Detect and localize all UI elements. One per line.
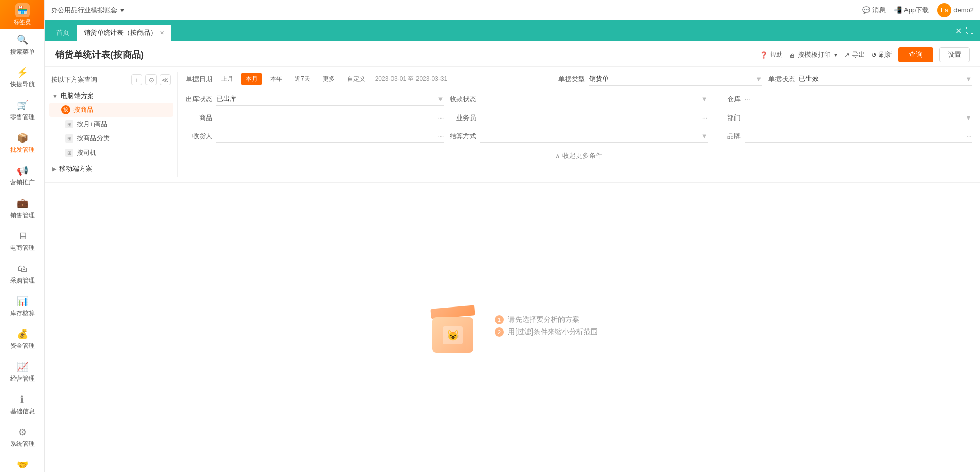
export-button[interactable]: ↗ 导出 (844, 50, 865, 59)
scheme-group-desktop-header[interactable]: ▼ 电脑端方案 (49, 89, 173, 103)
help-button[interactable]: ❓ 帮助 (760, 50, 783, 59)
logo-text: 标签员 (14, 18, 31, 26)
payment-dropdown-icon[interactable]: ▼ (701, 132, 708, 140)
scheme-collapse-button[interactable]: ≪ (160, 74, 171, 85)
status-dropdown-icon[interactable]: ▼ (965, 75, 972, 83)
date-btn-7days[interactable]: 近7天 (290, 73, 315, 85)
department-control[interactable]: ▼ (745, 112, 972, 124)
sidebar-item-operation[interactable]: 📈 经营管理 (0, 356, 44, 388)
scheme-group-mobile-arrow-icon: ▶ (52, 166, 56, 172)
wholesale-icon: 📦 (17, 132, 28, 145)
warehouse-control[interactable]: ··· (745, 93, 972, 105)
sidebar-item-purchase[interactable]: 🛍 采购管理 (0, 257, 44, 290)
date-btn-more[interactable]: 更多 (318, 73, 339, 85)
product-control[interactable]: ··· (216, 112, 444, 124)
empty-tip-2: 2 用[过滤]条件来缩小分析范围 (495, 327, 598, 337)
scheme-add-button[interactable]: + (131, 74, 142, 85)
outstock-dropdown-icon[interactable]: ▼ (437, 95, 444, 103)
filter-row-3: 商品 ··· 业务员 ··· 部门 (186, 112, 972, 124)
print-button[interactable]: 🖨 按模板打印 ▼ (789, 50, 838, 59)
sidebar-item-label: 基础信息 (10, 407, 35, 416)
collection-dropdown-icon[interactable]: ▼ (701, 95, 708, 103)
user-name: demo2 (953, 6, 974, 14)
settings-button[interactable]: 设置 (939, 47, 970, 62)
scheme-item-by-product-category[interactable]: ⊞ 按商品分类 (49, 131, 173, 146)
tab-salesstat[interactable]: 销货单统计表（按商品） ✕ (77, 25, 172, 41)
sidebar-item-finance[interactable]: 💰 资金管理 (0, 323, 44, 356)
marketing-icon: 📢 (17, 164, 28, 177)
empty-box: 😺 (432, 317, 473, 353)
date-btn-lastmonth[interactable]: 上月 (216, 73, 238, 85)
sidebar-item-marketing[interactable]: 📢 营销推广 (0, 159, 44, 192)
brand-control[interactable]: ··· (745, 130, 972, 143)
sidebar-item-label: 电商管理 (10, 244, 35, 252)
sidebar-item-ecommerce[interactable]: 🖥 电商管理 (0, 225, 44, 257)
brand-more-icon[interactable]: ··· (966, 132, 972, 140)
industry-selector[interactable]: 办公用品行业模拟账套 ▼ (51, 6, 125, 15)
receiver-control[interactable]: ··· (216, 130, 444, 143)
sidebar-item-retail[interactable]: 🛒 零售管理 (0, 94, 44, 127)
scheme-item-by-product[interactable]: 按 按商品 (49, 103, 173, 117)
outstock-control[interactable]: 已出库 ▼ (216, 92, 444, 106)
status-control[interactable]: 已生效 ▼ (799, 72, 972, 86)
page-content: 销货单统计表(按商品) ❓ 帮助 🖨 按模板打印 ▼ ↗ 导出 ↺ 刷新 (45, 41, 980, 472)
sidebar-item-inventory[interactable]: 📊 库存核算 (0, 290, 44, 323)
sidebar-item-label: 资金管理 (10, 342, 35, 350)
user-profile[interactable]: Ea demo2 (937, 3, 974, 17)
export-icon: ↗ (844, 51, 850, 59)
scheme-settings-button[interactable]: ⊙ (145, 74, 157, 85)
scheme-item-by-printer[interactable]: ⊞ 按司机 (49, 146, 173, 160)
sidebar-item-basic[interactable]: ℹ 基础信息 (0, 388, 44, 421)
sidebar-item-label: 搜索菜单 (10, 48, 35, 56)
filter-field-department: 部门 ▼ (714, 112, 972, 124)
query-button[interactable]: 查询 (898, 47, 933, 62)
date-btn-thisyear[interactable]: 本年 (265, 73, 287, 85)
department-dropdown-icon[interactable]: ▼ (965, 114, 972, 122)
date-label: 单据日期 (186, 75, 212, 84)
sidebar-item-quicknav[interactable]: ⚡ 快捷导航 (0, 61, 44, 94)
sidebar-item-label: 营销推广 (10, 178, 35, 187)
scheme-panel-title: 按以下方案查询 (51, 75, 97, 84)
type-dropdown-icon[interactable]: ▼ (755, 75, 762, 83)
date-btn-thismonth[interactable]: 本月 (241, 73, 262, 85)
outstock-label: 出库状态 (186, 95, 212, 104)
print-label: 按模板打印 (798, 50, 831, 59)
maximize-button[interactable]: ⛶ (966, 26, 974, 35)
salesperson-more-icon[interactable]: ··· (702, 114, 708, 122)
app-download-label: App下载 (904, 6, 929, 15)
refresh-button[interactable]: ↺ 刷新 (871, 50, 892, 59)
collapse-button[interactable]: ∧ 收起更多条件 (555, 151, 602, 160)
sidebar-item-system[interactable]: ⚙ 系统管理 (0, 421, 44, 454)
product-more-icon[interactable]: ··· (438, 114, 444, 122)
scheme-item-by-month-product[interactable]: ⊞ 按月+商品 (49, 117, 173, 131)
refresh-label: 刷新 (879, 50, 892, 59)
scheme-panel-header: 按以下方案查询 + ⊙ ≪ (49, 72, 173, 89)
print-icon: 🖨 (789, 51, 796, 59)
sidebar-item-sales[interactable]: 💼 销售管理 (0, 192, 44, 225)
type-control[interactable]: 销货单 ▼ (589, 72, 762, 86)
filter-field-outstock: 出库状态 已出库 ▼ (186, 92, 444, 106)
receiver-more-icon[interactable]: ··· (438, 132, 444, 140)
logo-icon: 🏪 (15, 3, 30, 17)
collection-control[interactable]: ▼ (480, 93, 707, 105)
scheme-panel-icons: + ⊙ ≪ (131, 74, 171, 85)
tab-home[interactable]: 首页 (49, 25, 77, 41)
message-button[interactable]: 💬 消息 (862, 6, 886, 15)
scheme-group-mobile-header[interactable]: ▶ 移动端方案 (49, 162, 173, 175)
filter-row-2: 出库状态 已出库 ▼ 收款状态 ▼ 仓库 (186, 92, 972, 106)
sidebar-item-label: 销售管理 (10, 211, 35, 220)
sidebar-item-enterprise[interactable]: 🤝 企业协同 (0, 454, 44, 472)
status-label: 单据状态 (768, 75, 795, 84)
sidebar-item-search[interactable]: 🔍 搜索菜单 (0, 29, 44, 61)
date-btn-custom[interactable]: 自定义 (342, 73, 370, 85)
close-window-button[interactable]: ✕ (955, 26, 962, 36)
app-download-button[interactable]: 📲 App下载 (894, 6, 929, 15)
enterprise-icon: 🤝 (17, 459, 28, 471)
salesperson-control[interactable]: ··· (480, 112, 707, 124)
tab-close-icon[interactable]: ✕ (160, 30, 164, 36)
scheme-sub-icon-category: ⊞ (65, 134, 74, 143)
sidebar-item-wholesale[interactable]: 📦 批发管理 (0, 127, 44, 159)
filter-field-brand: 品牌 ··· (714, 130, 972, 143)
payment-label: 结算方式 (450, 132, 476, 141)
payment-control[interactable]: ▼ (480, 130, 707, 143)
